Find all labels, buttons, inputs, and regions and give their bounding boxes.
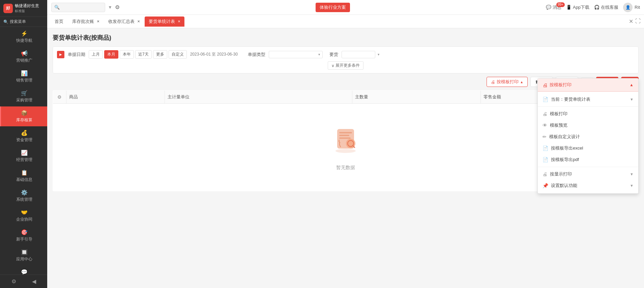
print-dropdown: 🖨 按模板打印 ▲ 📄 当前：要货单统计表 ▼ xyxy=(537,78,639,194)
download-icon: 📱 xyxy=(566,5,572,10)
filter-row-1: ▶ 单据日期 上月 本月 本年 近7天 更多 自定义 2023-06-01 至 … xyxy=(57,50,634,59)
sidebar-item-appcenter[interactable]: 🔲 应用中心 xyxy=(0,246,47,265)
search-menu-button[interactable]: 🔍 搜索菜单 xyxy=(3,19,44,25)
sidebar-item-basic[interactable]: 📋 基础信息 xyxy=(0,166,47,186)
date-btn-custom[interactable]: 自定义 xyxy=(169,50,187,59)
dropdown-print-icon: 🖨 xyxy=(543,82,548,88)
tab-close-all-icon[interactable]: ✕ xyxy=(629,18,633,25)
tab-inventory-batch[interactable]: 库存批次账 ✕ xyxy=(68,17,104,27)
dropdown-item-export-excel[interactable]: 📄 按模板导出excel xyxy=(538,142,638,154)
sidebar-item-marketing[interactable]: 📢 营销推广 xyxy=(0,47,47,67)
col-settings[interactable]: ⚙ xyxy=(53,91,66,104)
sidebar-item-sales[interactable]: 📊 销售管理 xyxy=(0,67,47,87)
print-arrow-up: ▲ xyxy=(520,80,523,84)
tab-expand-icon[interactable]: ⛶ xyxy=(635,18,641,25)
set-default-left: 📌 设置默认功能 xyxy=(543,183,577,189)
top-search-input[interactable] xyxy=(61,5,102,10)
sidebar-item-purchase[interactable]: 🛒 采购管理 xyxy=(0,87,47,106)
type-select-wrap[interactable] xyxy=(269,51,323,58)
date-label: 单据日期 xyxy=(68,52,85,58)
service-icon: 🎧 xyxy=(594,5,599,10)
system-icon: ⚙️ xyxy=(21,189,28,196)
dropdown-collapse-arrow[interactable]: ▲ xyxy=(630,83,634,87)
dropdown-item-template-preview[interactable]: 👁 模板预览 xyxy=(538,120,638,131)
tab-close-inventory-batch[interactable]: ✕ xyxy=(97,20,99,23)
current-icon: 📄 xyxy=(543,97,548,102)
tab-home[interactable]: 首页 xyxy=(51,17,67,27)
col-unit: 主计量单位 xyxy=(165,91,352,104)
type-label: 单据类型 xyxy=(248,52,265,58)
main-area: 🔍 ▼ ⚙ 体验行业方案 💬 消息 99+ 📱 App下载 🎧 在线客服 xyxy=(47,0,644,288)
messages-icon: 💬 xyxy=(546,5,551,10)
sidebar-item-enterprise[interactable]: 🤝 企业协同 xyxy=(0,206,47,226)
date-btn-this-month[interactable]: 本月 xyxy=(104,50,118,59)
date-btn-last-7days[interactable]: 近7天 xyxy=(135,50,152,59)
tab-close-receipt-summary[interactable]: ✕ xyxy=(137,20,140,23)
sidebar-collapse-icon[interactable]: ◀ xyxy=(32,278,36,285)
sidebar-settings-icon[interactable]: ⚙ xyxy=(11,278,16,285)
username-label: Rit xyxy=(635,5,640,10)
dropdown-group-set-default[interactable]: 📌 设置默认功能 ▼ xyxy=(538,180,638,191)
display-print-left: 🖨 按显示打印 xyxy=(543,171,572,177)
empty-text: 暂无数据 xyxy=(336,165,355,171)
sidebar-item-quick-nav[interactable]: ⚡ 快捷导航 xyxy=(0,27,47,47)
user-avatar[interactable]: 👤 xyxy=(623,3,633,12)
messages-button[interactable]: 💬 消息 99+ xyxy=(546,4,561,10)
dropdown-item-template-print[interactable]: 🖨 模板打印 xyxy=(538,108,638,120)
online-service-button[interactable]: 🎧 在线客服 xyxy=(594,4,618,10)
date-btn-more[interactable]: 更多 xyxy=(153,50,167,59)
date-btn-last-month[interactable]: 上月 xyxy=(89,50,103,59)
sidebar-item-operation[interactable]: 📈 经营管理 xyxy=(0,146,47,166)
page-content: 要货单统计表(按商品) ▶ 单据日期 上月 本月 本年 近7天 更多 自定义 2… xyxy=(47,28,644,288)
dropdown-header-left: 🖨 按模板打印 xyxy=(543,82,572,88)
top-bar: 🔍 ▼ ⚙ 体验行业方案 💬 消息 99+ 📱 App下载 🎧 在线客服 xyxy=(47,0,644,15)
trial-button[interactable]: 体验行业方案 xyxy=(316,3,350,12)
tab-close-order-stats[interactable]: ✕ xyxy=(178,20,180,23)
yh-label: 要货 xyxy=(329,52,338,58)
type-select[interactable] xyxy=(269,51,323,58)
print-template-btn[interactable]: 🖨 按模板打印 ▲ xyxy=(487,77,528,87)
export-excel-icon: 📄 xyxy=(543,146,548,151)
sidebar-item-wechat[interactable]: 💬 企业微信 xyxy=(0,265,47,275)
yh-select-wrap[interactable] xyxy=(342,51,382,58)
expand-more-btn[interactable]: ∨ 展开更多条件 xyxy=(328,61,363,70)
template-preview-icon: 👁 xyxy=(543,123,547,128)
sidebar: 好 畅捷通好生意 标准版 🔍 搜索菜单 ⚡ 快捷导航 📢 营销推广 📊 销售管理… xyxy=(0,0,47,288)
search-icon: 🔍 xyxy=(3,20,8,24)
yh-select[interactable] xyxy=(342,51,375,58)
current-arrow: ▼ xyxy=(630,97,634,101)
top-dropdown-icon[interactable]: ▼ xyxy=(108,5,112,10)
purchase-icon: 🛒 xyxy=(21,90,28,96)
dropdown-header: 🖨 按模板打印 ▲ xyxy=(538,78,638,92)
sidebar-item-system[interactable]: ⚙️ 系统管理 xyxy=(0,186,47,206)
sidebar-logo: 好 畅捷通好生意 标准版 xyxy=(0,0,47,17)
top-settings-icon[interactable]: ⚙ xyxy=(115,4,120,10)
logo-text: 畅捷通好生意 标准版 xyxy=(15,3,39,13)
dropdown-title: 按模板打印 xyxy=(550,82,572,88)
finance-icon: 💰 xyxy=(21,130,28,136)
dropdown-group-display-print[interactable]: 🖨 按显示打印 ▼ xyxy=(538,168,638,180)
dropdown-current-item[interactable]: 📄 当前：要货单统计表 ▼ xyxy=(538,94,638,105)
tab-bar-left: 首页 库存批次账 ✕ 收发存汇总表 ✕ 要货单统计表 ✕ xyxy=(51,17,184,27)
app-download-button[interactable]: 📱 App下载 xyxy=(566,4,589,10)
tab-bar: 首页 库存批次账 ✕ 收发存汇总表 ✕ 要货单统计表 ✕ ✕ ⛶ xyxy=(47,15,644,28)
inventory-icon: 📦 xyxy=(21,110,28,116)
top-search-wrap[interactable]: 🔍 xyxy=(51,3,105,12)
date-range-display: 2023-06-01 至 2023-06-30 xyxy=(190,52,238,57)
dropdown-item-template-custom[interactable]: ✏ 模板自定义设计 xyxy=(538,131,638,142)
tab-receipt-summary[interactable]: 收发存汇总表 ✕ xyxy=(104,17,144,27)
date-btn-this-year[interactable]: 本年 xyxy=(120,50,134,59)
sidebar-item-finance[interactable]: 💰 资金管理 xyxy=(0,126,47,146)
svg-rect-4 xyxy=(339,137,351,139)
sidebar-item-inventory[interactable]: 📦 库存核算 xyxy=(0,106,47,126)
dropdown-item-export-pdf[interactable]: 📄 按模板导出pdf xyxy=(538,154,638,165)
filter-expand-left[interactable]: ▶ xyxy=(57,51,64,58)
messages-badge: 99+ xyxy=(556,2,565,7)
tab-order-stats[interactable]: 要货单统计表 ✕ xyxy=(145,17,184,27)
table-settings-icon[interactable]: ⚙ xyxy=(57,94,62,100)
operation-icon: 📈 xyxy=(21,150,28,156)
col-quantity: 主数量 xyxy=(352,91,480,104)
sidebar-item-guide[interactable]: 🎯 新手引导 xyxy=(0,226,47,246)
user-area: 👤 Rit xyxy=(623,3,640,12)
sidebar-search[interactable]: 🔍 搜索菜单 xyxy=(0,17,47,27)
